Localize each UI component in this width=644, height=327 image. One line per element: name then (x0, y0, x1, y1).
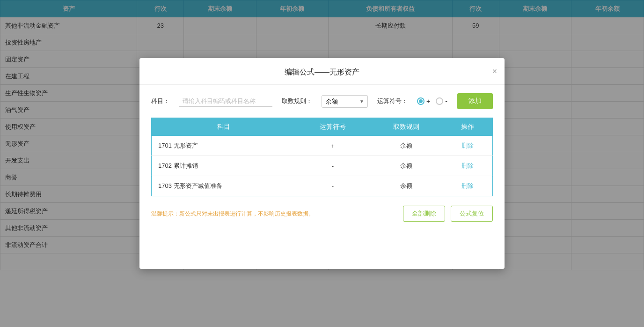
operator-plus-label: + (426, 97, 430, 105)
formula-action: 删除 (443, 176, 493, 196)
formula-subject: 1703 无形资产减值准备 (152, 176, 296, 196)
table-header-row: 科目 运算符号 取数规则 操作 (152, 118, 493, 136)
th-rule: 取数规则 (370, 118, 443, 136)
modal-overlay: 编辑公式——无形资产 × 科目： 取数规则： 余额 借方发生额 贷方发生额 ▼ … (0, 0, 644, 327)
form-row: 科目： 取数规则： 余额 借方发生额 贷方发生额 ▼ 运算符号： + (139, 85, 505, 118)
formula-rule: 余额 (370, 156, 443, 176)
th-operator: 运算符号 (296, 118, 369, 136)
footer-buttons: 全部删除 公式复位 (403, 206, 493, 222)
formula-subject: 1701 无形资产 (152, 136, 296, 156)
operator-plus-radio[interactable]: + (417, 97, 430, 105)
formula-action: 删除 (443, 156, 493, 176)
delete-row-button[interactable]: 删除 (461, 162, 474, 169)
th-action: 操作 (443, 118, 493, 136)
add-button[interactable]: 添加 (457, 93, 493, 109)
rule-select[interactable]: 余额 借方发生额 贷方发生额 (322, 95, 368, 108)
modal-title: 编辑公式——无形资产 (285, 68, 359, 76)
operator-minus-label: - (445, 97, 447, 105)
formula-operator: - (296, 156, 369, 176)
formula-operator: - (296, 176, 369, 196)
close-button[interactable]: × (492, 67, 497, 75)
formula-table: 科目 运算符号 取数规则 操作 1701 无形资产+余额删除1702 累计摊销-… (151, 118, 493, 196)
delete-all-button[interactable]: 全部删除 (403, 206, 445, 222)
formula-operator: + (296, 136, 369, 156)
delete-row-button[interactable]: 删除 (461, 182, 474, 189)
formula-row: 1701 无形资产+余额删除 (152, 136, 493, 156)
formula-action: 删除 (443, 136, 493, 156)
subject-label: 科目： (151, 97, 169, 105)
delete-row-button[interactable]: 删除 (461, 142, 474, 149)
formula-row: 1702 累计摊销-余额删除 (152, 156, 493, 176)
reset-formula-button[interactable]: 公式复位 (451, 206, 493, 222)
th-subject: 科目 (152, 118, 296, 136)
rule-label: 取数规则： (282, 97, 312, 105)
formula-rule: 余额 (370, 136, 443, 156)
operator-minus-radio[interactable]: - (436, 97, 447, 105)
radio-minus-circle (436, 97, 443, 105)
edit-formula-modal: 编辑公式——无形资产 × 科目： 取数规则： 余额 借方发生额 贷方发生额 ▼ … (139, 58, 505, 269)
modal-header: 编辑公式——无形资产 × (139, 58, 505, 85)
tip-text: 温馨提示：新公式只对未出报表进行计算，不影响历史报表数据。 (151, 210, 314, 218)
operator-radio-group: + - (417, 97, 447, 105)
subject-input[interactable] (179, 96, 272, 107)
radio-plus-circle (417, 97, 424, 105)
formula-rule: 余额 (370, 176, 443, 196)
modal-footer: 温馨提示：新公式只对未出报表进行计算，不影响历史报表数据。 全部删除 公式复位 (139, 196, 505, 226)
operator-label: 运算符号： (377, 97, 408, 105)
formula-row: 1703 无形资产减值准备-余额删除 (152, 176, 493, 196)
rule-select-wrapper: 余额 借方发生额 贷方发生额 ▼ (322, 95, 368, 108)
formula-subject: 1702 累计摊销 (152, 156, 296, 176)
